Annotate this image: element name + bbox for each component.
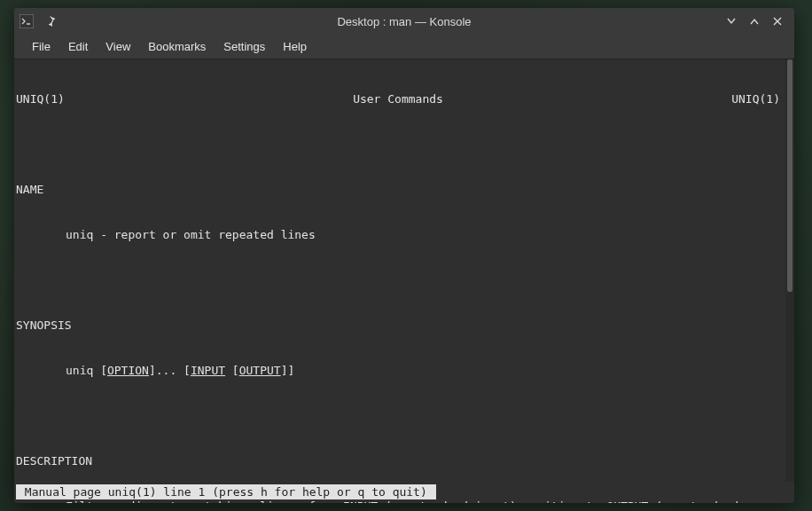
close-button[interactable] [766, 10, 789, 33]
section-description: DESCRIPTION [16, 453, 792, 468]
app-icon [20, 14, 34, 28]
svg-rect-0 [20, 14, 34, 28]
scrollbar-thumb[interactable] [787, 59, 792, 292]
menu-bookmarks[interactable]: Bookmarks [139, 36, 215, 57]
menu-settings[interactable]: Settings [215, 36, 274, 57]
name-line: uniq - report or omit repeated lines [16, 227, 792, 242]
synopsis-option: OPTION [107, 364, 149, 377]
pin-icon[interactable] [39, 10, 62, 33]
minimize-button[interactable] [720, 10, 743, 33]
man-header-center: User Commands [353, 91, 443, 106]
section-name: NAME [16, 182, 792, 197]
man-status-line: Manual page uniq(1) line 1 (press h for … [16, 484, 436, 499]
menu-edit[interactable]: Edit [59, 36, 97, 57]
menu-view[interactable]: View [97, 36, 139, 57]
section-synopsis: SYNOPSIS [16, 318, 792, 333]
window-title: Desktop : man — Konsole [14, 15, 794, 28]
menu-file[interactable]: File [23, 36, 59, 57]
menu-help[interactable]: Help [274, 36, 316, 57]
synopsis-line: uniq [OPTION]... [INPUT [OUTPUT]] [16, 363, 792, 378]
man-header-left: UNIQ(1) [16, 91, 65, 106]
terminal-scrollbar[interactable] [785, 59, 794, 482]
synopsis-input: INPUT [191, 364, 225, 377]
man-header: UNIQ(1) User Commands UNIQ(1) [16, 91, 792, 106]
terminal-viewport[interactable]: UNIQ(1) User Commands UNIQ(1) NAME uniq … [14, 59, 794, 503]
konsole-window: Desktop : man — Konsole File Edit View B… [14, 8, 794, 503]
synopsis-output: OUTPUT [239, 364, 281, 377]
titlebar[interactable]: Desktop : man — Konsole [14, 8, 794, 35]
maximize-button[interactable] [743, 10, 766, 33]
man-header-right: UNIQ(1) [731, 91, 780, 106]
menubar: File Edit View Bookmarks Settings Help [14, 35, 794, 59]
